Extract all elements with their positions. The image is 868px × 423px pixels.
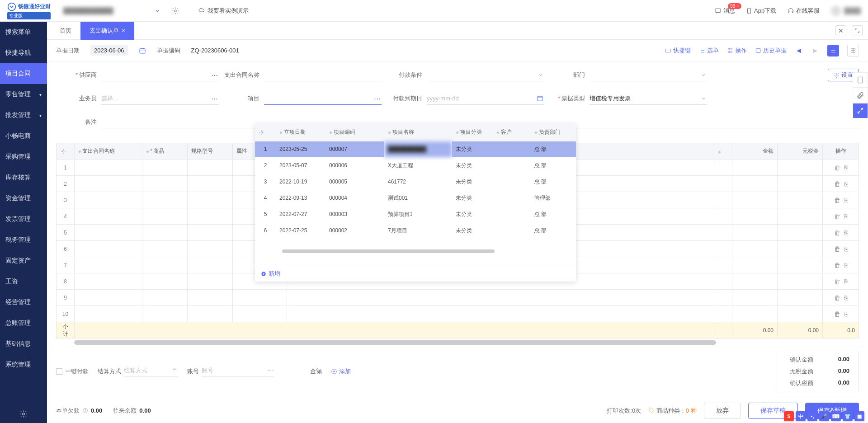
col-spec[interactable]: 规格型号 [188,143,233,160]
copy-row-icon[interactable]: ⎘ [844,294,848,301]
delete-row-icon[interactable]: 🗑 [834,213,840,220]
col-product[interactable]: ◆*商品 [142,143,188,160]
more-icon[interactable]: ⋯ [211,94,218,103]
ime-kb-icon[interactable]: ⌨ [831,411,841,421]
calendar-icon[interactable] [139,47,146,54]
dropdown-add-button[interactable]: 新增 [260,270,571,278]
more-icon[interactable]: ⋯ [211,71,218,79]
chevron-down-icon[interactable] [538,72,543,78]
copy-row-icon[interactable]: ⎘ [844,197,848,204]
float-note-button[interactable] [853,72,868,88]
sidebar-item[interactable]: 基础信息 [0,334,47,354]
tab-home[interactable]: 首页 [51,22,80,40]
delete-row-icon[interactable]: 🗑 [834,294,840,301]
dropdown-row[interactable]: 22023-05-07000006X大厦工程未分类总 部 [255,157,576,174]
date-value[interactable]: 2023-06-06 [90,45,128,56]
sidebar-item[interactable]: 批发管理▾ [0,105,47,126]
tab-expense-confirm[interactable]: 支出确认单 × [80,22,134,40]
sidebar-item[interactable]: 搜索菜单 [0,22,47,42]
salesperson-input[interactable]: 选择…⋯ [101,92,219,105]
messages-button[interactable]: 消息 99 + [714,7,735,15]
user-menu[interactable]: ████ [830,5,861,16]
customer-service-button[interactable]: 在线客服 [787,7,820,15]
delete-row-icon[interactable]: 🗑 [834,180,840,188]
due-date-input[interactable]: yyyy-mm-dd [427,92,544,105]
copy-row-icon[interactable]: ⎘ [844,213,848,220]
sidebar-item[interactable]: 库存核算 [0,167,47,188]
add-settlement-button[interactable]: 添加 [331,367,351,376]
dropdown-row[interactable]: 42022-09-13000004测试001未分类管理部 [255,190,576,206]
dd-col-cust[interactable]: ◆客户 [493,124,531,141]
sidebar-item[interactable]: 发票管理 [0,209,47,230]
copy-row-icon[interactable]: ⎘ [844,262,848,269]
discard-button[interactable]: 放弃 [704,403,741,419]
chevron-down-icon[interactable] [701,96,706,101]
chevron-down-icon[interactable] [701,72,706,78]
prev-doc-button[interactable]: ◀ [795,47,803,54]
hotkey-button[interactable]: 快捷键 [665,47,691,55]
horizontal-scrollbar[interactable] [56,340,859,345]
delete-row-icon[interactable]: 🗑 [834,229,840,236]
sidebar-item[interactable]: 快捷导航 [0,42,47,63]
copy-row-icon[interactable]: ⎘ [844,164,848,171]
calendar-icon[interactable] [537,95,543,102]
sidebar-item[interactable]: 零售管理▾ [0,84,47,105]
table-row[interactable]: 9 🗑⎘ [57,290,859,306]
copy-row-icon[interactable]: ⎘ [844,229,848,236]
more-icon[interactable]: ⋯ [374,94,381,103]
supplier-input[interactable]: ⋯ [101,69,219,81]
copy-row-icon[interactable]: ⎘ [844,310,848,318]
delete-row-icon[interactable]: 🗑 [834,310,840,318]
tab-close-icon[interactable]: × [122,27,125,34]
tab-expand-button[interactable] [852,25,863,36]
account-select[interactable]: 账号⋯ [202,367,274,376]
col-notax[interactable]: 无税金 [778,143,823,160]
copy-row-icon[interactable]: ⎘ [844,245,848,253]
ime-cn-icon[interactable]: 中 [796,411,806,421]
dd-col-code[interactable]: ◆项目编码 [326,124,384,141]
col-amount[interactable]: 金额 [732,143,778,160]
copy-row-icon[interactable]: ⎘ [844,180,848,188]
delete-row-icon[interactable]: 🗑 [834,164,840,171]
sidebar-item[interactable]: 系统管理 [0,354,47,375]
delete-row-icon[interactable]: 🗑 [834,262,840,269]
float-attach-button[interactable] [853,88,868,103]
delete-row-icon[interactable]: 🗑 [834,278,840,285]
col-sort[interactable]: ◆ [714,143,732,160]
dropdown-row[interactable]: 12023-05-25000007██████████未分类总 部 [255,141,576,157]
sidebar-item[interactable]: 经营管理 [0,292,47,313]
ime-mic-icon[interactable]: 🎤 [819,411,829,421]
onekey-pay[interactable]: 一键付款 [56,367,89,376]
contract-name-input[interactable] [264,69,382,81]
next-doc-button[interactable]: ▶ [811,47,819,54]
sidebar-item[interactable]: 项目合同 [0,63,47,84]
dropdown-row[interactable]: 62022-07-250000027月项目未分类总 部 [255,222,576,239]
dd-col-cat[interactable]: ◆项目分类 [452,124,493,141]
tab-close-all-button[interactable]: ✕ [835,25,846,36]
ime-tool-icon[interactable]: ▦ [854,411,864,421]
dropdown-scrollbar[interactable] [278,249,553,253]
dept-input[interactable] [590,69,707,81]
operations-button[interactable]: 操作 [727,47,747,55]
sidebar-item[interactable]: 工资 [0,271,47,292]
help-icon[interactable]: ? [82,408,88,414]
float-expand-button[interactable] [853,103,868,118]
pay-condition-input[interactable] [427,69,544,81]
sidebar-item[interactable]: 总账管理 [0,313,47,334]
settings-icon[interactable] [171,7,179,15]
ime-punct-icon[interactable]: •, [807,411,817,421]
sidebar-item[interactable]: 小畅电商 [0,126,47,146]
delete-row-icon[interactable]: 🗑 [834,245,840,253]
history-button[interactable]: 历史单据 [755,47,787,55]
layout-grid-button[interactable] [847,45,859,56]
sidebar-item[interactable]: 采购管理 [0,146,47,167]
select-doc-button[interactable]: 选单 [699,47,719,55]
dropdown-row[interactable]: 32022-10-19000005461772未分类总 部 [255,174,576,190]
dd-col-date[interactable]: ◆立项日期 [276,124,326,141]
ime-s-icon[interactable]: S [784,411,794,421]
company-dropdown-icon[interactable] [154,8,160,14]
company-selector[interactable]: ████████████ [63,7,113,14]
col-contract-name[interactable]: ◆支出合同名称 [75,143,142,160]
dd-col-dept[interactable]: ◆负责部门 [531,124,576,141]
dd-col-name[interactable]: ◆项目名称 [384,124,452,141]
